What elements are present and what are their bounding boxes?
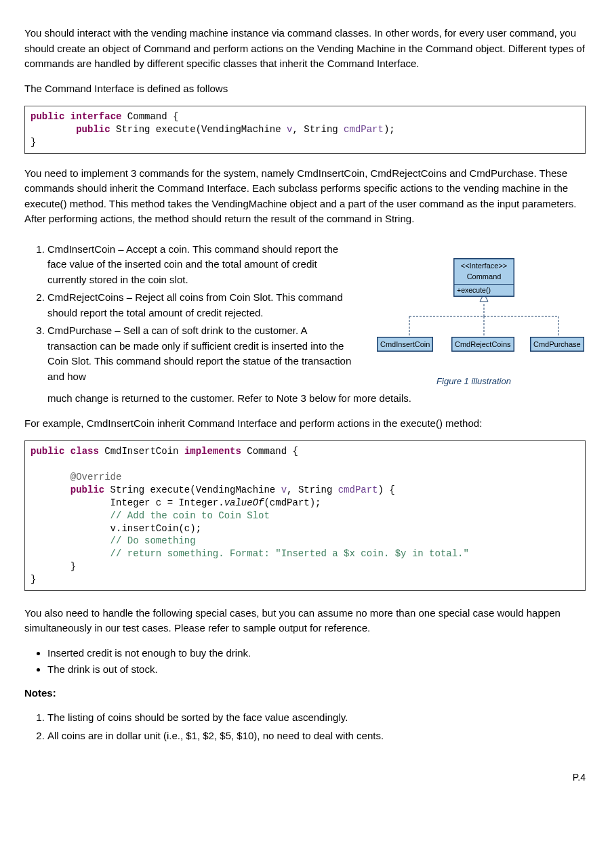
uml-box-title: <<Interface>> Command	[454, 259, 514, 285]
param: cmdPart	[344, 124, 384, 135]
comment: // Do something	[30, 535, 196, 546]
kw: class	[64, 446, 98, 457]
uml-subclass: CmdPurchase	[530, 337, 584, 352]
comment: // Add the coin to Coin Slot	[30, 510, 270, 521]
page-number: P.4	[24, 770, 586, 785]
code-text: CmdInsertCoin	[99, 446, 184, 457]
code-text: v.insertCoin(c);	[30, 523, 201, 534]
static-call: valueOf	[224, 497, 264, 508]
special-cases-intro: You also need to handle the following sp…	[24, 606, 586, 636]
code-text: ) {	[378, 484, 395, 495]
code-text: Command {	[241, 446, 298, 457]
kw: public	[30, 111, 64, 122]
uml-method: +execute()	[454, 285, 514, 297]
code-text: String execute(VendingMachine	[110, 124, 287, 135]
stereotype: <<Interface>>	[457, 260, 511, 272]
code-text: }	[30, 137, 36, 148]
uml-interface: <<Interface>> Command +execute()	[453, 258, 514, 297]
kw: implements	[184, 446, 241, 457]
param: v	[281, 484, 287, 495]
commands-list: CmdInsertCoin – Accept a coin. This comm…	[24, 242, 354, 385]
list-item: The listing of coins should be sorted by…	[47, 710, 586, 726]
code-text: (cmdPart);	[264, 497, 321, 508]
list-item: Inserted credit is not enough to buy the…	[47, 646, 586, 661]
list-item: CmdRejectCoins – Reject all coins from C…	[47, 290, 354, 321]
code-text: , String	[287, 484, 338, 495]
code-text: , String	[292, 124, 344, 135]
kw: public	[30, 124, 110, 135]
iface-name: Command	[457, 271, 511, 283]
notes-heading: Notes:	[24, 686, 586, 701]
code-text: }	[30, 561, 76, 572]
list-item-continuation: much change is returned to the customer.…	[24, 391, 586, 407]
list-item: All coins are in dollar unit (i.e., $1, …	[47, 728, 586, 744]
code-text: }	[30, 574, 36, 585]
intro-paragraph: You should interact with the vending mac…	[24, 26, 586, 72]
code-text: Command {	[121, 111, 178, 122]
comment: // return something. Format:	[30, 548, 275, 559]
uml-subclass: CmdInsertCoin	[377, 337, 433, 352]
list-item: CmdPurchase – Sell a can of soft drink t…	[47, 323, 354, 384]
kw: public	[30, 484, 104, 495]
figure-caption: Figure 1 illustration	[362, 375, 586, 388]
notes-list: The listing of coins should be sorted by…	[24, 710, 586, 743]
string-comment: "Inserted a $x coin. $y in total."	[275, 548, 469, 559]
list-item: CmdInsertCoin – Accept a coin. This comm…	[47, 242, 354, 288]
code-text: String execute(VendingMachine	[104, 484, 281, 495]
param: cmdPart	[338, 484, 378, 495]
notes-label: Notes:	[24, 687, 56, 699]
code-interface: public interface Command { public String…	[24, 106, 586, 154]
kw: interface	[64, 111, 121, 122]
code-class: public class CmdInsertCoin implements Co…	[24, 440, 586, 591]
annotation: @Override	[30, 472, 121, 482]
interface-intro: The Command Interface is defined as foll…	[24, 81, 586, 97]
uml-subclass: CmdRejectCoins	[451, 337, 514, 352]
commands-intro: You need to implement 3 commands for the…	[24, 166, 586, 227]
list-item: The drink is out of stock.	[47, 662, 586, 678]
code-text: );	[384, 124, 395, 135]
code-text: Integer c = Integer.	[30, 497, 224, 508]
example-intro: For example, CmdInsertCoin inherit Comma…	[24, 416, 586, 432]
special-cases-list: Inserted credit is not enough to buy the…	[24, 646, 586, 678]
kw: public	[30, 446, 64, 457]
uml-diagram: <<Interface>> Command +execute() CmdInse…	[362, 255, 586, 371]
